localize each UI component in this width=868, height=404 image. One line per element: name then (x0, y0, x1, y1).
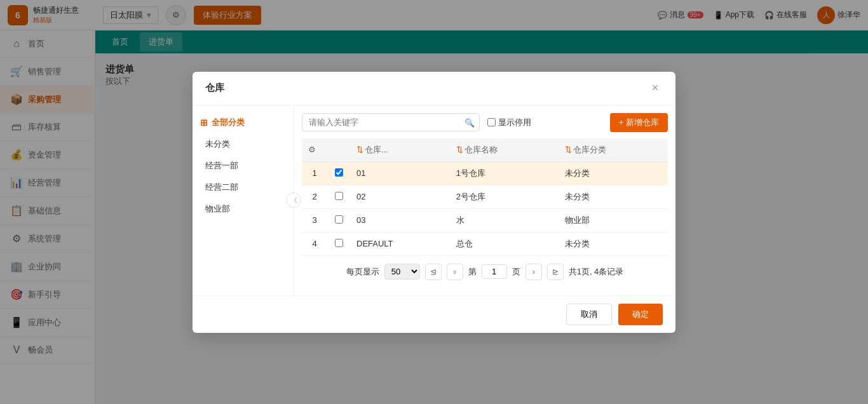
warehouse-dialog: 仓库 × ⊞ 全部分类 未分类 经营一部 经营二部 物业部 《 (193, 72, 675, 333)
table-row[interactable]: 4 DEFAULT 总仓 未分类 (302, 232, 668, 255)
category-item-property[interactable]: 物业部 (193, 198, 294, 220)
search-icon[interactable]: 🔍 (465, 118, 475, 127)
dialog-body: ⊞ 全部分类 未分类 经营一部 经营二部 物业部 《 🔍 (193, 105, 675, 295)
page-label: 第 (468, 266, 477, 278)
row-code: DEFAULT (350, 232, 450, 255)
per-page-select[interactable]: 50 20 100 (384, 264, 420, 279)
code-col-header[interactable]: ⇅仓库... (350, 138, 450, 162)
row-num: 1 (302, 161, 327, 185)
first-page-button[interactable]: ⊴ (425, 264, 442, 280)
dialog-header: 仓库 × (193, 72, 675, 105)
row-num: 3 (302, 208, 327, 232)
all-categories[interactable]: ⊞ 全部分类 (193, 112, 294, 133)
category-header-label: 全部分类 (212, 117, 245, 128)
table-toolbar: 🔍 显示停用 + 新增仓库 (302, 113, 668, 132)
table-header: ⚙ ⇅仓库... ⇅仓库名称 ⇅仓库分类 (302, 138, 668, 162)
cancel-button[interactable]: 取消 (566, 304, 612, 325)
pagination: 每页显示 50 20 100 ⊴ ‹ 第 页 › ⊵ 共1页, 4条记录 (302, 256, 668, 288)
checkbox-col-header (327, 138, 350, 162)
name-col-header[interactable]: ⇅仓库名称 (450, 138, 559, 162)
category-item-ops2[interactable]: 经营二部 (193, 177, 294, 198)
table-body: 1 01 1号仓库 未分类 2 02 2号仓库 未分类 (302, 161, 668, 255)
confirm-button[interactable]: 确定 (618, 304, 663, 325)
table-row[interactable]: 3 03 水 物业部 (302, 208, 668, 232)
row-checkbox-cell[interactable] (327, 161, 350, 185)
per-page-label: 每页显示 (346, 266, 379, 278)
category-col-header[interactable]: ⇅仓库分类 (559, 138, 668, 162)
dialog-title: 仓库 (205, 82, 224, 94)
row-category: 未分类 (559, 161, 668, 185)
row-name: 2号仓库 (450, 185, 559, 208)
show-disabled-checkbox[interactable] (487, 118, 496, 126)
collapse-panel-icon[interactable]: 《 (286, 192, 301, 208)
warehouse-table: ⚙ ⇅仓库... ⇅仓库名称 ⇅仓库分类 (302, 138, 668, 256)
sort-icon: ⇅ (456, 145, 463, 154)
show-disabled-label[interactable]: 显示停用 (487, 117, 531, 128)
row-checkbox-cell[interactable] (327, 232, 350, 255)
search-wrapper: 🔍 (302, 113, 480, 131)
row-num: 4 (302, 232, 327, 255)
category-item-ops1[interactable]: 经营一部 (193, 155, 294, 177)
category-item-unclassified[interactable]: 未分类 (193, 133, 294, 155)
row-code: 02 (350, 185, 450, 208)
grid-icon: ⊞ (200, 118, 208, 128)
page-suffix: 页 (512, 266, 520, 278)
total-info: 共1页, 4条记录 (569, 266, 624, 278)
table-row[interactable]: 1 01 1号仓库 未分类 (302, 161, 668, 185)
row-checkbox-cell[interactable] (327, 208, 350, 232)
last-page-button[interactable]: ⊵ (547, 264, 564, 280)
row-num: 2 (302, 185, 327, 208)
modal-overlay: 仓库 × ⊞ 全部分类 未分类 经营一部 经营二部 物业部 《 (0, 0, 868, 404)
prev-page-button[interactable]: ‹ (447, 264, 463, 280)
page-number-input[interactable] (482, 264, 507, 279)
sort-icon: ⇅ (565, 145, 572, 154)
settings-col-header[interactable]: ⚙ (302, 138, 327, 162)
row-category: 未分类 (559, 185, 668, 208)
row-name: 水 (450, 208, 559, 232)
row-code: 03 (350, 208, 450, 232)
row-category: 未分类 (559, 232, 668, 255)
row-name: 1号仓库 (450, 161, 559, 185)
dialog-footer: 取消 确定 (193, 295, 675, 333)
search-input[interactable] (302, 113, 480, 131)
sort-icon: ⇅ (356, 145, 363, 154)
row-checkbox-cell[interactable] (327, 185, 350, 208)
category-panel: ⊞ 全部分类 未分类 经营一部 经营二部 物业部 《 (193, 105, 294, 295)
add-warehouse-button[interactable]: + 新增仓库 (610, 113, 668, 132)
table-row[interactable]: 2 02 2号仓库 未分类 (302, 185, 668, 208)
table-panel: 🔍 显示停用 + 新增仓库 ⚙ ⇅仓库 (294, 105, 675, 295)
row-name: 总仓 (450, 232, 559, 255)
row-category: 物业部 (559, 208, 668, 232)
next-page-button[interactable]: › (526, 264, 542, 280)
close-icon[interactable]: × (648, 81, 663, 96)
row-code: 01 (350, 161, 450, 185)
